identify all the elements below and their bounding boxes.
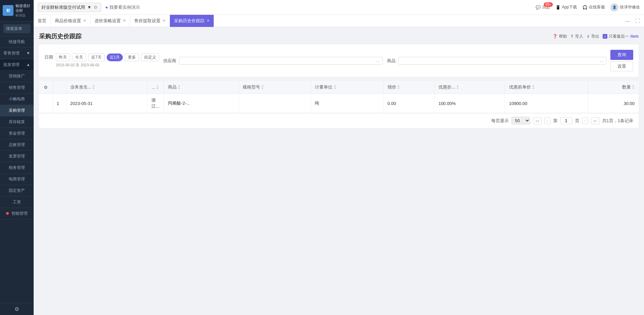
prev-page-btn[interactable]: ‹ [544, 117, 550, 124]
sidebar-item-ledger[interactable]: 总账管理 [0, 139, 34, 151]
col-more[interactable]: ... ▲▼ [147, 81, 164, 94]
cell-more-supplier: 浙江... [147, 94, 164, 113]
col-product[interactable]: 商品 ▲▼ [164, 81, 239, 94]
sort-arrows-date: ▲▼ [92, 84, 95, 90]
product-dots-btn[interactable]: ... [600, 58, 603, 63]
col-spec[interactable]: 规格型号 ▲▼ [239, 81, 311, 94]
product-selector[interactable]: 好业财标准版交付试用 ▼ ⚙ [38, 3, 101, 12]
sort-arrows-pre-discount: ▲▼ [532, 84, 535, 90]
col-discount-label: 优惠折... [438, 84, 455, 90]
only-last-checkbox-label[interactable]: 只看最后一 item [603, 34, 639, 39]
sort-arrows-more: ▲▼ [156, 84, 159, 90]
col-date-label: 业务发生... [70, 84, 92, 90]
sidebar-item-finance[interactable]: 资金管理 [0, 128, 34, 139]
message-icon: 💬 [536, 5, 541, 10]
supplier-dots-btn[interactable]: ... [377, 58, 380, 63]
tab-purchase-history-close[interactable]: ✕ [207, 19, 210, 23]
filter-settings-button[interactable]: 设置 [610, 61, 633, 71]
col-discount[interactable]: 优惠折... ▲▼ [434, 81, 505, 94]
filter-row: 日期 昨天 今天 近7天 近1月 更多 自定义 2023-05-02 至 202… [44, 50, 633, 71]
date-btn-1month[interactable]: 近1月 [107, 54, 123, 61]
sidebar-item-wholesale[interactable]: 批发管理 ▲ [0, 59, 34, 71]
tab-home[interactable]: 首页 [34, 15, 51, 27]
date-btn-more[interactable]: 更多 [125, 54, 139, 61]
tab-sale-price-close[interactable]: ✕ [163, 19, 166, 23]
sidebar-item-ecommerce[interactable]: 电商管理 [0, 174, 34, 185]
tab-sale-price[interactable]: 售价提取设置 ✕ [130, 15, 170, 27]
date-btn-today[interactable]: 今天 [72, 54, 86, 61]
smart-dot [6, 212, 9, 215]
tab-minimize-btn[interactable]: — [624, 18, 631, 24]
app-download-label: App下载 [562, 4, 577, 10]
query-button[interactable]: 查询 [610, 50, 633, 60]
sidebar-item-smart[interactable]: 智能管理 [0, 208, 34, 219]
sidebar-item-marketing[interactable]: 营销推广 [0, 71, 34, 82]
per-page-select[interactable]: 50 20 100 [511, 117, 530, 125]
sort-arrows-unit: ▲▼ [333, 84, 336, 90]
col-gear[interactable]: ⚙ [39, 81, 52, 94]
col-unit-label: 计量单位 [315, 84, 332, 90]
online-service-label: 在线客服 [589, 4, 605, 10]
tab-price-settings[interactable]: 商品价格设置 ✕ [51, 15, 91, 27]
sidebar-item-salary[interactable]: 工资 [0, 197, 34, 208]
import-label: 导入 [575, 34, 583, 39]
export-btn[interactable]: ⇓ 导出 [586, 34, 599, 39]
next-page-btn[interactable]: › [582, 117, 588, 124]
online-service-btn[interactable]: 🎧 在线客服 [582, 4, 605, 10]
filter-panel: 日期 昨天 今天 近7天 近1月 更多 自定义 2023-05-02 至 202… [39, 44, 639, 77]
import-btn[interactable]: ⇑ 导入 [570, 34, 583, 39]
col-quote[interactable]: 报价 ▲▼ [383, 81, 434, 94]
tab-maximize-btn[interactable]: ⛶ [634, 18, 641, 24]
sidebar-item-sales[interactable]: 销售管理 [0, 82, 34, 94]
sidebar-item-invoice[interactable]: 发票管理 [0, 151, 34, 162]
only-last-label: 只看最后一 [609, 34, 629, 39]
tab-purchase-history[interactable]: 采购历史价跟踪 ✕ [170, 15, 214, 27]
page-label: 第 [553, 118, 558, 124]
sidebar-item-smart-label: 智能管理 [11, 211, 28, 216]
search-menu-button[interactable]: 搜索菜单 [3, 24, 30, 33]
page-header: 采购历史价跟踪 ❓ 帮助 ⇑ 导入 ⇓ 导出 只看最后一 item [39, 32, 639, 40]
date-btn-7days[interactable]: 近7天 [88, 54, 105, 61]
tab-purchase-strategy[interactable]: 进价策略设置 ✕ [91, 15, 130, 27]
sidebar-item-purchase[interactable]: 采购管理 [0, 105, 34, 116]
sort-arrows-discount: ▲▼ [456, 84, 459, 90]
supplier-input[interactable] [182, 58, 375, 63]
cell-quantity: 30.00 [588, 94, 639, 113]
settings-icon[interactable]: ⚙ [94, 5, 98, 10]
sidebar-item-fixed-assets[interactable]: 固定资产 [0, 185, 34, 197]
cell-discount: 100.00% [434, 94, 505, 113]
sidebar-item-tax[interactable]: 税务管理 [0, 162, 34, 174]
col-date[interactable]: 业务发生... ▲▼ [66, 81, 147, 94]
tab-price-settings-close[interactable]: ✕ [83, 19, 86, 23]
sidebar-item-ecommerce-small[interactable]: 小畅电商 [0, 94, 34, 105]
demo-link[interactable]: ● 我要看实例演示 [105, 4, 140, 10]
first-page-btn[interactable]: ⏮ [533, 117, 542, 124]
user-menu[interactable]: 👤 徐泽华修改 [610, 3, 640, 11]
col-pre-discount[interactable]: 优惠前单价 ▲▼ [505, 81, 588, 94]
product-input[interactable] [401, 58, 599, 63]
sidebar-item-retail[interactable]: 零售管理 ▼ [0, 48, 34, 59]
sidebar-item-quick-nav[interactable]: 快捷导航 [0, 36, 34, 48]
tab-purchase-strategy-close[interactable]: ✕ [123, 19, 126, 23]
app-download-btn[interactable]: 📱 App下载 [556, 4, 577, 10]
date-btn-custom[interactable]: 自定义 [141, 54, 159, 61]
sidebar-item-inventory[interactable]: 库存核算 [0, 116, 34, 128]
last-page-btn[interactable]: ⏭ [591, 117, 600, 124]
col-quantity[interactable]: 数量 ▲▼ [588, 81, 639, 94]
help-btn[interactable]: ❓ 帮助 [552, 34, 567, 39]
date-filter-dates: 昨天 今天 近7天 近1月 更多 自定义 2023-05-02 至 2023-0… [56, 54, 159, 68]
col-seq [52, 81, 66, 94]
col-unit[interactable]: 计量单位 ▲▼ [311, 81, 383, 94]
message-btn[interactable]: 💬 消息 99+ [536, 4, 550, 10]
sidebar-settings-icon[interactable]: ⚙ [14, 306, 19, 312]
data-table-container: ⚙ 业务发生... ▲▼ ... ▲▼ [39, 81, 639, 128]
app-logo-text: 畅捷通好业财 [15, 3, 31, 13]
app-logo-icon: 财 [3, 5, 13, 16]
sidebar-logo: 财 畅捷通好业财 标准版 [0, 0, 34, 22]
help-icon: ❓ [552, 34, 558, 39]
page-number-input[interactable]: 1 [560, 117, 572, 124]
import-icon: ⇑ [570, 34, 574, 39]
only-last-checkbox[interactable] [603, 34, 607, 39]
date-btn-yesterday[interactable]: 昨天 [56, 54, 70, 61]
page-suffix: 页 [575, 118, 579, 124]
